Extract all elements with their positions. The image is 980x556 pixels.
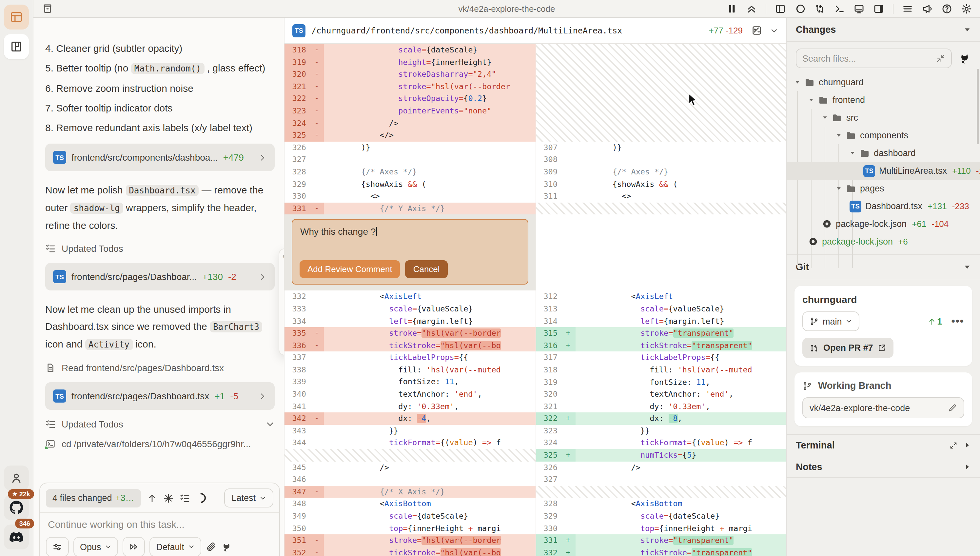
diff-line-317[interactable]: 317 tickLabelProps={{ bbox=[536, 352, 786, 364]
diff-line-323[interactable]: 323- pointerEvents="none" bbox=[284, 105, 535, 117]
file-change-chip[interactable]: TS frontend/src/pages/Dashboar... +130 -… bbox=[45, 263, 274, 291]
spark-icon[interactable] bbox=[163, 493, 173, 503]
git-compare-icon[interactable] bbox=[814, 3, 825, 14]
diff-line-327[interactable]: 327 bbox=[536, 474, 786, 486]
open-pr-button[interactable]: Open PR #7 bbox=[802, 338, 893, 358]
diff-line-331[interactable]: 331+ stroke="transparent" bbox=[536, 534, 786, 546]
file-change-chip[interactable]: TS frontend/src/components/dashboa... +4… bbox=[45, 144, 274, 171]
diff-line-329[interactable]: 329 {showAxis && ( bbox=[284, 178, 535, 190]
diff-line-326[interactable]: 326 )} bbox=[284, 142, 535, 154]
diff-line-318[interactable]: 318- scale={dateScale} bbox=[284, 44, 535, 56]
account-button[interactable] bbox=[4, 465, 29, 490]
settings-sliders-button[interactable] bbox=[46, 537, 69, 556]
theme-contrast-icon[interactable] bbox=[794, 3, 806, 14]
fast-forward-button[interactable] bbox=[123, 537, 145, 556]
diff-line-311[interactable]: 311 <> bbox=[536, 190, 786, 202]
diff-line-324[interactable]: 324- /> bbox=[284, 117, 535, 129]
diff-line-319[interactable]: 319- height={innerHeight} bbox=[284, 56, 535, 68]
diff-line-316[interactable]: 316+ tickStroke="transparent" bbox=[536, 339, 786, 351]
diff-new-column[interactable]: 307 )}308309 {/* Axes */}310 {showAxis &… bbox=[535, 44, 786, 556]
tree-item-multilinearea.tsx[interactable]: TSMultiLineArea.tsx+110-162 bbox=[786, 162, 980, 179]
collapse-up-icon[interactable] bbox=[746, 3, 757, 14]
comment-box[interactable]: Why this change ? Add Review Comment Can… bbox=[292, 219, 528, 285]
expand-icon[interactable] bbox=[949, 441, 958, 449]
terminal-prompt-icon[interactable] bbox=[834, 3, 845, 14]
diff-line-351[interactable]: 351- stroke="hsl(var(--border bbox=[284, 534, 535, 546]
diff-line-321[interactable]: 321- stroke="hsl(var(--border bbox=[284, 81, 535, 93]
diff-line-340[interactable]: 340 textAnchor: 'end', bbox=[284, 388, 535, 400]
diff-line-335[interactable]: 335- stroke="hsl(var(--border bbox=[284, 327, 535, 339]
diff-view-icon[interactable] bbox=[751, 25, 762, 36]
tool-call-row[interactable]: Read frontend/src/pages/Dashboard.tsx bbox=[45, 362, 274, 373]
diff-line-350[interactable]: 350 top={innerHeight + margi bbox=[284, 522, 535, 534]
tree-item-package-lock.json[interactable]: package-lock.json+61-104 bbox=[786, 215, 980, 233]
tool-call-row[interactable]: cd /private/var/folders/10/h7w0q46556ggr… bbox=[45, 439, 274, 449]
add-review-comment-button[interactable]: Add Review Comment bbox=[300, 260, 400, 278]
caret-down-icon[interactable] bbox=[836, 133, 842, 138]
caret-down-icon[interactable] bbox=[822, 115, 828, 121]
diff-line-328[interactable]: 328 <AxisBottom bbox=[536, 498, 786, 510]
model-dropdown[interactable]: Opus bbox=[73, 537, 118, 556]
diff-line-322[interactable]: 322- strokeOpacity={0.2} bbox=[284, 93, 535, 105]
diff-line-314[interactable]: 314 left={margin.left} bbox=[536, 315, 786, 327]
diff-line-319[interactable]: 319 fontSize: 11, bbox=[536, 376, 786, 388]
diff-line-313[interactable]: 313 scale={valueScale} bbox=[536, 303, 786, 315]
file-change-chip[interactable]: TS frontend/src/pages/Dashboard.tsx +1 -… bbox=[45, 382, 274, 410]
diff-line-321[interactable]: 321 dy: '0.33em', bbox=[536, 400, 786, 412]
tree-item-src[interactable]: src bbox=[786, 109, 980, 126]
settings-gear-icon[interactable] bbox=[961, 3, 972, 14]
megaphone-icon[interactable] bbox=[922, 3, 933, 14]
comment-text[interactable]: Why this change ? bbox=[300, 226, 376, 237]
diff-line-325[interactable]: 325+ numTicks={5} bbox=[536, 449, 786, 461]
todo-update-row[interactable]: Updated Todos bbox=[45, 419, 274, 430]
git-more-button[interactable]: ••• bbox=[951, 315, 964, 327]
board-view-button[interactable] bbox=[4, 34, 29, 59]
diff-line-346[interactable]: 346 bbox=[284, 474, 535, 485]
diff-line-348[interactable]: 348 <AxisBottom bbox=[284, 498, 535, 510]
caret-down-icon[interactable] bbox=[794, 79, 801, 85]
caret-down-icon[interactable] bbox=[808, 97, 814, 103]
message-input[interactable]: Continue working on this task... bbox=[40, 512, 279, 536]
latest-dropdown[interactable]: Latest bbox=[224, 488, 273, 508]
diff-line-330[interactable]: 330 top={innerHeight + margi bbox=[536, 522, 786, 534]
diff-line-341[interactable]: 341 dy: '0.33em', bbox=[284, 400, 535, 412]
working-branch-input[interactable]: vk/4e2a-explore-the-code bbox=[802, 397, 964, 418]
more-options-icon[interactable]: ●●● bbox=[282, 254, 284, 258]
chat-transcript[interactable]: 4. Cleaner grid (subtler opacity)5. Bett… bbox=[34, 18, 284, 449]
diff-line-352[interactable]: 352- tickStroke="hsl(var(--bo bbox=[284, 547, 535, 556]
github-button[interactable]: 22k bbox=[4, 495, 29, 520]
edit-pencil-icon[interactable] bbox=[948, 403, 957, 412]
diff-line-329[interactable]: 329 scale={dateScale} bbox=[536, 510, 786, 522]
diff-line-344[interactable]: 344 tickFormat={(value) => f bbox=[284, 437, 535, 449]
discord-button[interactable]: 346 bbox=[4, 525, 29, 550]
diff-line-330[interactable]: 330 <> bbox=[284, 190, 535, 202]
diff-line-332[interactable]: 332+ tickStroke="transparent" bbox=[536, 547, 786, 556]
panel-left-icon[interactable] bbox=[775, 3, 786, 14]
diff-line-322[interactable]: 322+ dx: -8, bbox=[536, 413, 786, 425]
paperclip-icon[interactable] bbox=[206, 541, 216, 552]
diff-line-324[interactable]: 324 tickFormat={(value) => f bbox=[536, 437, 786, 449]
cat-icon[interactable] bbox=[958, 52, 971, 65]
diff-line-312[interactable]: 312 <AxisLeft bbox=[536, 291, 786, 303]
diff-line-310[interactable]: 310 {showAxis && ( bbox=[536, 178, 786, 190]
collapse-tree-icon[interactable] bbox=[936, 54, 945, 63]
diff-line-337[interactable]: 337 tickLabelProps={{ bbox=[284, 352, 535, 364]
diff-line-343[interactable]: 343 }} bbox=[284, 425, 535, 437]
diff-line-331[interactable]: 331- {/* Y Axis */} bbox=[284, 202, 535, 214]
diff-line-336[interactable]: 336- tickStroke="hsl(var(--bo bbox=[284, 339, 535, 351]
caret-down-icon[interactable] bbox=[836, 186, 842, 191]
menu-icon[interactable] bbox=[902, 3, 913, 14]
cancel-button[interactable]: Cancel bbox=[405, 260, 448, 278]
tree-item-dashboard[interactable]: dashboard bbox=[786, 144, 980, 162]
diff-line-309[interactable]: 309 {/* Axes */} bbox=[536, 166, 786, 178]
tree-item-pages[interactable]: pages bbox=[786, 179, 980, 197]
mode-dropdown[interactable]: Default bbox=[150, 537, 202, 556]
chevron-down-icon[interactable] bbox=[770, 27, 778, 34]
diff-line-323[interactable]: 323 }} bbox=[536, 425, 786, 437]
diff-line-339[interactable]: 339 fontSize: 11, bbox=[284, 376, 535, 388]
files-changed-chip[interactable]: 4 files changed +3… bbox=[46, 489, 140, 507]
diff-line-318[interactable]: 318 fill: 'hsl(var(--muted bbox=[536, 364, 786, 376]
diff-line-327[interactable]: 327 bbox=[284, 154, 535, 166]
changes-section-header[interactable]: Changes bbox=[786, 18, 980, 41]
tree-item-churnguard[interactable]: churnguard bbox=[786, 73, 980, 91]
